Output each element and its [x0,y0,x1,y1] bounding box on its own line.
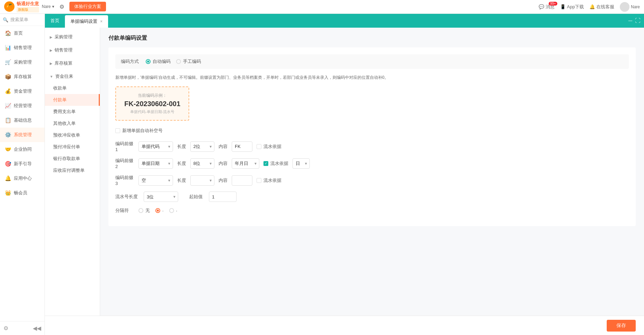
radio-manual-dot [176,59,181,64]
sub-group-purchase-title[interactable]: ▶ 采购管理 [45,31,100,43]
sidebar-bottom: ⚙ ◀◀ [0,321,45,335]
sidebar-label-guide: 新手引导 [14,161,32,167]
sidebar-label-home: 首页 [14,30,23,36]
sidebar-item-purchase[interactable]: 🛒 采购管理 [0,55,45,69]
sub-group-finance-label: 资金往来 [55,73,73,80]
serial2-checkbox[interactable]: 流水依据 [263,160,288,167]
prefix2-label: 编码前缀2 [115,158,134,169]
sidebar-item-sales[interactable]: 📊 销售管理 [0,40,45,55]
sidebar-item-management[interactable]: 📈 经营管理 [0,99,45,113]
collapse-icon[interactable]: ◀◀ [33,325,41,332]
apps-icon: 🔔 [5,175,11,182]
sub-group-sales-title[interactable]: ▶ 销售管理 [45,44,100,56]
sub-item-expense[interactable]: 费用支出单 [45,106,100,118]
separator-option-none[interactable]: 无 [138,207,150,214]
radio-auto-label: 自动编码 [153,58,171,65]
sub-item-adjustment[interactable]: 应收应付调整单 [45,165,100,176]
sidebar-item-home[interactable]: 🏠 首页 [0,26,45,40]
sub-group-finance-title[interactable]: ▼ 资金往来 [45,71,100,82]
sub-item-other-income[interactable]: 其他收入单 [45,118,100,129]
home-icon: 🏠 [5,30,11,36]
prefix2-select[interactable]: 单据日期 [138,158,173,169]
sub-item-pre-payment-label: 预付冲应付单 [53,144,80,149]
radio-dot2 [169,208,174,213]
sidebar-item-inventory[interactable]: 📦 库存核算 [0,69,45,84]
serial1-checkbox[interactable]: 流水依据 [257,143,281,150]
sub-item-pre-payment[interactable]: 预付冲应付单 [45,141,100,153]
sidebar-item-finance[interactable]: 💰 资金管理 [0,84,45,99]
save-button[interactable]: 保存 [607,320,636,332]
chevron-right-icon-sales: ▶ [50,48,52,52]
sidebar-item-collab[interactable]: 🤝 企业协同 [0,142,45,157]
length1-label: 长度 [177,143,186,150]
online-service-btn[interactable]: 🔔 在线客服 [589,4,614,10]
sidebar-item-system[interactable]: ⚙️ 系统管理 [0,128,45,142]
length1-select[interactable]: 2位 [190,141,214,152]
separator-dot-label: · [162,208,164,213]
separator-option-dot[interactable]: · [155,208,164,213]
radio-manual[interactable]: 手工编码 [176,58,201,65]
serial3-checkbox[interactable]: 流水依据 [257,177,281,184]
sidebar-label-inventory: 库存核算 [14,74,32,80]
search-label: 搜索菜单 [10,17,28,23]
sidebar: 🔍 搜索菜单 🏠 首页 📊 销售管理 🛒 采购管理 📦 库存核算 💰 [0,14,45,335]
sub-item-pre-receipt[interactable]: 预收冲应收单 [45,129,100,141]
sub-group-inventory-title[interactable]: ▶ 库存核算 [45,57,100,69]
sidebar-item-guide[interactable]: 🎯 新手引导 [0,157,45,171]
sub-item-pre-receipt-label: 预收冲应收单 [53,132,80,138]
header-dropdown[interactable]: Nare ▾ [42,4,54,9]
minimize-icon[interactable]: ─ [628,18,632,24]
sidebar-label-apps: 应用中心 [14,175,32,182]
message-icon: 💬 [539,4,544,9]
sales-icon: 📊 [5,45,11,51]
serial-length-label: 流水号长度 [115,194,140,200]
content1-label: 内容 [219,143,228,150]
sub-group-inventory-label: 库存核算 [55,60,73,66]
length2-label: 长度 [177,160,186,167]
messages-btn[interactable]: 💬 消息 99+ [539,4,555,10]
brand-tag: 旗舰版 [17,7,39,12]
separator-row: 分隔符 无 · · [115,207,629,214]
prefix1-select[interactable]: 单据代码 [138,141,173,152]
prefix3-select[interactable]: 空 [138,175,173,186]
length2-select[interactable]: 8位 [190,158,214,169]
tab-encode-settings[interactable]: 单据编码设置 × [65,15,108,28]
user-info[interactable]: Nare [620,2,640,12]
basic-icon: 📋 [5,117,11,123]
tab-home[interactable]: 首页 [45,14,65,28]
content3-input[interactable] [232,175,252,186]
settings-button[interactable]: ⚙ [57,2,67,11]
trial-button[interactable]: 体验行业方案 [69,2,106,11]
sub-group-inventory: ▶ 库存核算 [45,57,100,69]
serial2-label: 流水依据 [270,160,288,167]
sidebar-search[interactable]: 🔍 搜索菜单 [0,14,45,26]
content2-label: 内容 [219,160,228,167]
auto-fill-row: 新增单据自动补空号 [115,128,629,134]
content1-input[interactable] [232,141,252,152]
length3-select[interactable] [190,175,214,186]
radio-auto[interactable]: 自动编码 [146,58,171,65]
brand-icon: 🍊 [4,1,15,12]
app-download-btn[interactable]: 📱 App下载 [560,4,584,10]
settings-bottom-icon[interactable]: ⚙ [3,325,8,332]
sidebar-item-basic[interactable]: 📋 基础信息 [0,113,45,128]
tab-close-icon[interactable]: × [100,19,103,24]
system-icon: ⚙️ [5,132,11,138]
start-value-input[interactable] [209,192,237,202]
maximize-icon[interactable]: ⛶ [635,18,641,24]
sidebar-item-apps[interactable]: 🔔 应用中心 [0,171,45,186]
serial1-label: 流水依据 [263,143,281,150]
sub-item-bank[interactable]: 银行存取款单 [45,153,100,165]
sub-item-payment[interactable]: 付款单 [45,94,100,106]
content2-select[interactable]: 年月日 [232,158,259,169]
serial-length-select-wrapper: 3位 [144,192,178,202]
sidebar-item-member[interactable]: 👑 畅会员 [0,186,45,200]
serial-length-select[interactable]: 3位 [144,192,178,202]
header-left: 🍊 畅通好生意 旗舰版 Nare ▾ ⚙ 体验行业方案 [4,1,106,12]
day-select[interactable]: 日 [292,158,310,169]
form-row-2: 编码前缀2 单据日期 长度 8位 内容 [115,158,629,169]
separator-option-dot2[interactable]: · [169,208,177,213]
serial2-check-box [263,161,268,166]
auto-fill-checkbox[interactable] [115,128,120,133]
sub-item-receipt[interactable]: 收款单 [45,82,100,94]
